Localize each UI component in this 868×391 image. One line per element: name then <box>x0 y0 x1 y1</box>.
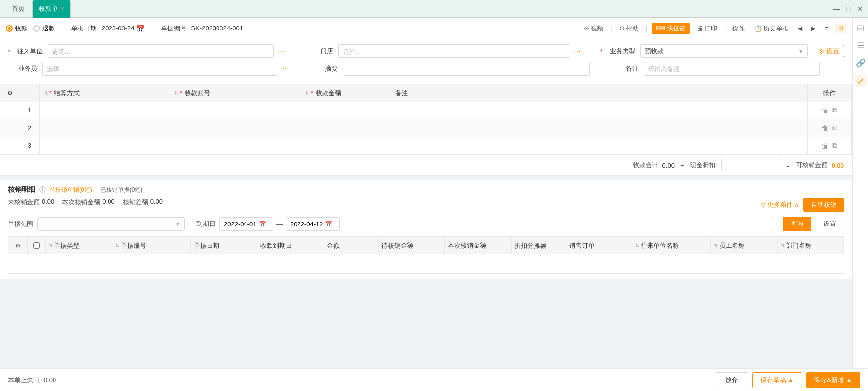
sum-total-label: 收款合计 <box>633 161 658 169</box>
th-amount-sort[interactable]: ⇅ <box>305 90 309 96</box>
rth-doc-no-label: 单据编号 <box>121 241 146 250</box>
th-gear[interactable]: ⚙ <box>0 84 20 102</box>
nav-prev-button[interactable]: ◀ <box>796 24 804 33</box>
copy-icon-2[interactable]: ⧉ <box>832 124 837 132</box>
remark-field: 备注 <box>609 62 820 76</box>
discount-input[interactable] <box>721 159 780 171</box>
td-no-1: 1 <box>20 102 40 119</box>
recon-info-icon[interactable]: ⓘ <box>39 185 46 194</box>
layout-button[interactable]: ≡ <box>822 24 830 33</box>
calendar-icon[interactable]: 📅 <box>136 25 145 32</box>
sum-discount-label: 现金折扣: <box>690 161 717 169</box>
tab-close-icon[interactable]: × <box>61 5 64 12</box>
rth-doc-type-sort[interactable]: ⇅ <box>49 243 53 248</box>
td-settle-2[interactable] <box>40 119 170 137</box>
date-range: 2022-04-01 📅 — 2022-04-12 📅 <box>219 217 340 231</box>
radio-receive[interactable]: 收款 <box>6 24 27 33</box>
td-remark-1[interactable] <box>391 102 808 119</box>
remark-input[interactable] <box>644 62 820 76</box>
save-draft-button[interactable]: 保存草稿 ▲ <box>752 372 803 388</box>
partner-required: * <box>8 48 10 55</box>
td-account-3[interactable] <box>170 137 301 155</box>
sidebar-link-icon[interactable]: 🔗 <box>855 57 867 69</box>
maximize-button[interactable]: □ <box>844 5 852 13</box>
delete-icon-2[interactable]: 🗑 <box>821 124 828 132</box>
rth-receive-due-label: 收款到期日 <box>260 241 292 250</box>
radio-refund-dot <box>33 25 40 32</box>
sidebar-list-icon[interactable]: ☰ <box>855 39 867 51</box>
sidebar-table-icon[interactable]: ▤ <box>855 22 867 33</box>
radio-refund[interactable]: 退款 <box>33 24 55 33</box>
th-settle-sort[interactable]: ⇅ <box>44 90 48 96</box>
partner-input[interactable] <box>48 44 274 58</box>
rth-staff-sort[interactable]: ⇅ <box>714 243 718 248</box>
settings-button[interactable]: ⚙ 设置 <box>814 45 844 57</box>
doc-range-select[interactable]: ▼ <box>37 217 185 231</box>
rth-doc-no-sort[interactable]: ⇅ <box>115 243 119 248</box>
staff-more-icon[interactable]: ··· <box>282 64 289 73</box>
recon-pending-tab[interactable]: 待核销单据(0笔) <box>50 186 92 194</box>
rth-sales-order-label: 销售订单 <box>569 241 595 250</box>
td-remark-3[interactable] <box>391 137 808 155</box>
nav-next-button[interactable]: ▶ <box>809 24 817 33</box>
doc-info-value: 0.00 <box>44 376 56 384</box>
save-new-button[interactable]: 保存&新增 ▲ <box>806 372 860 388</box>
td-account-1[interactable] <box>170 102 301 119</box>
tab-home-label: 首页 <box>12 4 25 13</box>
select-all-checkbox[interactable] <box>33 242 40 249</box>
staff-input[interactable] <box>42 62 278 76</box>
query-button[interactable]: 查询 <box>783 217 811 231</box>
rth-partner-sort[interactable]: ⇅ <box>635 243 639 248</box>
more-conditions-button[interactable]: ▽ 更多条件 ∧ <box>761 200 799 209</box>
rth-staff-name-label: 员工名称 <box>719 241 745 250</box>
due-date-end-input[interactable]: 2022-04-12 📅 <box>286 217 340 231</box>
tab-active[interactable]: 收款单 × <box>32 0 71 18</box>
td-op-3: 🗑 ⧉ <box>808 137 852 155</box>
biz-type-select[interactable]: 预收款 ▼ <box>640 44 808 58</box>
help-button[interactable]: ⊙ 帮助 <box>617 23 641 34</box>
auto-reconcile-button[interactable]: 自动核销 <box>803 198 844 212</box>
summary-input[interactable] <box>343 62 589 76</box>
td-account-2[interactable] <box>170 119 301 137</box>
stat-unchecked: 未核销金额 0.00 <box>8 198 54 212</box>
rth-dept-name-label: 部门名称 <box>786 241 812 250</box>
th-amount-label: 收款金额 <box>316 89 341 98</box>
shop-more-icon[interactable]: ··· <box>574 47 580 56</box>
td-amount-3[interactable] <box>301 137 391 155</box>
td-settle-1[interactable] <box>40 102 170 119</box>
rth-dept-sort[interactable]: ⇅ <box>781 243 785 248</box>
rth-doc-type: ⇅ 单据类型 <box>46 237 112 254</box>
doc-info-icon[interactable]: ⓘ <box>35 376 42 385</box>
th-account-sort[interactable]: ⇅ <box>174 90 178 96</box>
delete-icon-1[interactable]: 🗑 <box>821 107 828 114</box>
operation-button[interactable]: 操作 <box>731 23 747 34</box>
rth-pending-amount: 待核销金额 <box>379 237 445 254</box>
shop-input[interactable] <box>338 44 570 58</box>
copy-icon-1[interactable]: ⧉ <box>832 106 837 114</box>
summary-field: 摘要 <box>308 62 589 76</box>
print-button[interactable]: 🖨 打印 <box>695 23 719 34</box>
shortcut-button[interactable]: ⌨ 快捷键 <box>652 23 690 34</box>
tab-home[interactable]: 首页 <box>4 0 32 18</box>
print-label: 打印 <box>705 24 717 33</box>
delete-icon-3[interactable]: 🗑 <box>821 142 828 150</box>
td-settle-3[interactable] <box>40 137 170 155</box>
grid-button[interactable]: ⊞ <box>835 23 846 33</box>
sidebar-expand-icon[interactable]: ⤢ <box>855 75 867 86</box>
td-amount-2[interactable] <box>301 119 391 137</box>
td-amount-1[interactable] <box>301 102 391 119</box>
copy-icon-3[interactable]: ⧉ <box>832 141 837 150</box>
video-button[interactable]: ⊙ 视频 <box>582 23 605 34</box>
toolbar-divider-1 <box>63 24 63 33</box>
recon-settings-button[interactable]: 设置 <box>815 217 844 231</box>
discard-button[interactable]: 放弃 <box>715 372 748 388</box>
close-window-button[interactable]: ✕ <box>856 5 864 13</box>
minimize-button[interactable]: — <box>833 5 841 13</box>
rth-gear[interactable]: ⚙ <box>8 237 28 254</box>
partner-more-icon[interactable]: ··· <box>278 47 284 56</box>
history-button[interactable]: 📋 历史单据 <box>752 23 791 34</box>
td-remark-2[interactable] <box>391 119 808 137</box>
recon-done-tab[interactable]: 已核销单据(0笔) <box>100 186 143 194</box>
due-date-start-input[interactable]: 2022-04-01 📅 <box>219 217 273 231</box>
rth-check[interactable] <box>28 237 46 254</box>
